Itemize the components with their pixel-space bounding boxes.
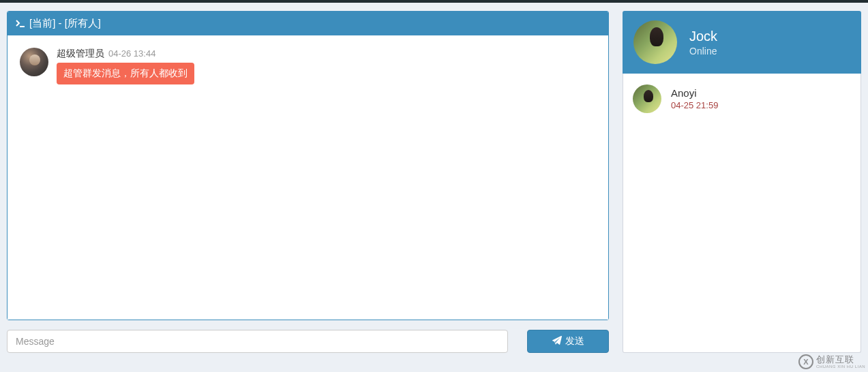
chat-header-title: [当前] - [所有人] (29, 17, 101, 30)
chat-messages-area[interactable]: 超级管理员 04-26 13:44 超管群发消息，所有人都收到 (8, 35, 608, 320)
profile-status: Online (689, 46, 717, 57)
watermark-logo-icon: X (798, 354, 813, 369)
send-button-label: 发送 (565, 335, 584, 347)
profile-info: Jock Online (689, 29, 717, 57)
message-time: 04-26 13:44 (108, 48, 155, 59)
compose-row: 发送 (7, 330, 609, 353)
watermark: X 创新互联 CHUANG XIN HU LIAN (798, 354, 865, 369)
watermark-text: 创新互联 CHUANG XIN HU LIAN (816, 355, 865, 369)
main-container: [当前] - [所有人] 超级管理员 04-26 13:44 超管群发消息，所有… (0, 3, 868, 360)
contact-item[interactable]: Anoyi 04-25 21:59 (633, 80, 851, 117)
avatar (633, 84, 661, 113)
chat-panel: [当前] - [所有人] 超级管理员 04-26 13:44 超管群发消息，所有… (7, 11, 609, 320)
chat-column: [当前] - [所有人] 超级管理员 04-26 13:44 超管群发消息，所有… (7, 11, 609, 353)
message-sender: 超级管理员 (57, 48, 104, 60)
profile-avatar[interactable] (633, 20, 677, 64)
message-content: 超级管理员 04-26 13:44 超管群发消息，所有人都收到 (57, 48, 194, 84)
terminal-icon (16, 20, 25, 28)
message-bubble: 超管群发消息，所有人都收到 (57, 63, 194, 84)
contact-name: Anoyi (671, 87, 718, 99)
send-button[interactable]: 发送 (527, 330, 609, 353)
watermark-sub: CHUANG XIN HU LIAN (816, 365, 865, 369)
paper-plane-icon (552, 336, 562, 347)
avatar[interactable] (20, 48, 48, 76)
profile-card: Jock Online (623, 11, 861, 74)
contact-time: 04-25 21:59 (671, 100, 718, 110)
contacts-list[interactable]: Anoyi 04-25 21:59 (623, 74, 861, 353)
message-meta: 超级管理员 04-26 13:44 (57, 48, 194, 60)
contact-info: Anoyi 04-25 21:59 (671, 87, 718, 110)
sidebar-column: Jock Online Anoyi 04-25 21:59 (623, 11, 861, 353)
message-row: 超级管理员 04-26 13:44 超管群发消息，所有人都收到 (20, 48, 596, 84)
chat-header: [当前] - [所有人] (8, 12, 608, 35)
message-input[interactable] (7, 330, 508, 353)
watermark-main: 创新互联 (816, 355, 865, 365)
profile-name: Jock (689, 29, 717, 44)
